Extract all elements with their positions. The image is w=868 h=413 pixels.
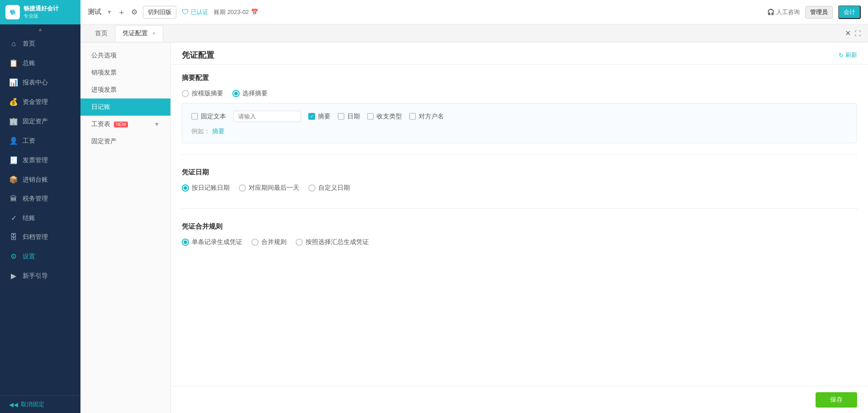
- date-section-title: 凭证日期: [182, 168, 857, 177]
- left-nav-public[interactable]: 公共选项: [80, 47, 170, 64]
- tab-home[interactable]: 首页: [88, 26, 115, 41]
- settings-gear-icon[interactable]: ⚙: [131, 8, 137, 16]
- sidebar-item-archive[interactable]: 🗄 归档管理: [0, 228, 80, 247]
- tab-voucher-config[interactable]: 凭证配置 ×: [115, 25, 163, 42]
- content-body: 摘要配置 按模版摘要 选择摘要: [171, 65, 868, 386]
- merge-option-single[interactable]: 单条记录生成凭证: [182, 238, 242, 246]
- sidebar-item-reports[interactable]: 📊 报表中心: [0, 73, 80, 92]
- content-area: 公共选项 销项发票 进项发票 日记账 工资表 NEW ▼ 固定资产: [80, 42, 868, 413]
- sidebar-item-ledger[interactable]: 📋 总账: [0, 53, 80, 73]
- sidebar-item-assets[interactable]: 🏢 固定资产: [0, 112, 80, 131]
- new-badge: NEW: [114, 122, 128, 127]
- left-nav-fixed-assets[interactable]: 固定资产: [80, 133, 170, 150]
- checkout-icon: ✓: [9, 214, 18, 222]
- invoice-icon: 🧾: [9, 156, 18, 164]
- payment-type-checkbox[interactable]: [367, 113, 374, 120]
- tax-icon: 🏛: [9, 195, 18, 203]
- admin-button[interactable]: 管理员: [805, 6, 833, 19]
- date-radio-group: 按日记账日期 对应期间最后一天 自定义日期: [182, 184, 857, 192]
- headset-icon: 🎧: [767, 9, 774, 15]
- sidebar-item-guide[interactable]: ▶ 新手引导: [0, 266, 80, 286]
- cancel-fixed-button[interactable]: ◀◀ 取消固定: [0, 395, 80, 413]
- sidebar: 畅 畅捷通好会计 专业版 ▲ ⌂ 首页 📋 总账 📊 报表中心 💰 资金管理 🏢…: [0, 0, 80, 413]
- left-nav: 公共选项 销项发票 进项发票 日记账 工资表 NEW ▼ 固定资产: [80, 42, 171, 413]
- radio-merge-rule-circle: [251, 239, 259, 246]
- refresh-button[interactable]: ↻ 刷新: [839, 51, 857, 59]
- sidebar-item-home[interactable]: ⌂ 首页: [0, 34, 80, 53]
- add-button[interactable]: ＋: [118, 8, 126, 16]
- checkbox-fixed-text: 固定文本: [191, 113, 226, 121]
- merge-section-title: 凭证合并规则: [182, 222, 857, 231]
- summary-option-select[interactable]: 选择摘要: [232, 89, 268, 98]
- fixed-text-checkbox[interactable]: [191, 113, 198, 120]
- tab-close-icon[interactable]: ×: [152, 30, 156, 37]
- cancel-fixed-icon: ◀◀: [9, 401, 18, 408]
- close-window-button[interactable]: ✕: [845, 29, 851, 38]
- counterpart-checkbox[interactable]: [409, 113, 416, 120]
- consult-button[interactable]: 🎧 人工咨询: [767, 8, 800, 16]
- shield-icon: 🛡: [182, 8, 189, 16]
- sidebar-logo: 畅 畅捷通好会计 专业版: [0, 0, 80, 24]
- summary-section: 摘要配置 按模版摘要 选择摘要: [182, 74, 857, 155]
- ledger-icon: 📋: [9, 59, 18, 67]
- summary-section-title: 摘要配置: [182, 74, 857, 82]
- example-text: 例如： 摘要: [191, 127, 848, 136]
- merge-option-rule[interactable]: 合并规则: [251, 238, 287, 246]
- save-button[interactable]: 保存: [816, 392, 857, 408]
- left-nav-purchase-invoice[interactable]: 进项发票: [80, 81, 170, 99]
- summary-radio-group: 按模版摘要 选择摘要: [182, 89, 857, 98]
- home-icon: ⌂: [9, 40, 18, 48]
- radio-select-circle: [232, 90, 240, 97]
- radio-period-last-circle: [239, 184, 246, 192]
- date-option-period-last[interactable]: 对应期间最后一天: [239, 184, 299, 192]
- content-footer: 保存: [171, 386, 868, 413]
- project-name: 测试: [88, 8, 101, 16]
- certified-badge: 🛡 已认证: [182, 8, 208, 16]
- expand-button[interactable]: ⛶: [854, 29, 861, 38]
- sidebar-item-salary[interactable]: 👤 工资: [0, 131, 80, 150]
- merge-radio-group: 单条记录生成凭证 合并规则 按照选择汇总生成凭证: [182, 238, 857, 246]
- content-header: 凭证配置 ↻ 刷新: [171, 42, 868, 65]
- checkbox-summary-item[interactable]: ✓ 摘要: [308, 113, 330, 121]
- sidebar-item-capital[interactable]: 💰 资金管理: [0, 92, 80, 112]
- accountant-button[interactable]: 会计: [838, 5, 861, 19]
- refresh-icon: ↻: [839, 52, 844, 59]
- summary-config-box: 固定文本 ✓ 摘要 日期: [182, 103, 857, 143]
- radio-custom-date-circle: [308, 184, 316, 192]
- calendar-icon[interactable]: 📅: [251, 9, 258, 15]
- left-nav-sales-invoice[interactable]: 销项发票: [80, 64, 170, 81]
- main-area: 测试 ▼ ＋ ⚙ 切到旧版 🛡 已认证 账期 2023-02 📅 🎧 人工咨询 …: [80, 0, 868, 413]
- sidebar-item-checkout[interactable]: ✓ 结账: [0, 208, 80, 228]
- right-content: 凭证配置 ↻ 刷新 摘要配置 按模版摘要: [171, 42, 868, 413]
- sidebar-item-tax[interactable]: 🏛 税务管理: [0, 189, 80, 208]
- sidebar-item-invoice[interactable]: 🧾 发票管理: [0, 150, 80, 170]
- checkbox-counterpart-item[interactable]: 对方户名: [409, 113, 444, 121]
- radio-journal-date-circle: [182, 184, 189, 192]
- sidebar-item-settings[interactable]: ⚙ 设置: [0, 247, 80, 266]
- topbar: 测试 ▼ ＋ ⚙ 切到旧版 🛡 已认证 账期 2023-02 📅 🎧 人工咨询 …: [80, 0, 868, 24]
- project-dropdown-icon[interactable]: ▼: [107, 9, 112, 15]
- left-nav-payroll[interactable]: 工资表 NEW ▼: [80, 116, 170, 133]
- switch-version-button[interactable]: 切到旧版: [143, 6, 176, 19]
- date-option-journal[interactable]: 按日记账日期: [182, 184, 230, 192]
- logo-text: 畅捷通好会计 专业版: [24, 5, 59, 19]
- logo-icon: 畅: [5, 5, 20, 19]
- sidebar-item-sales[interactable]: 📦 进销台账: [0, 170, 80, 189]
- summary-checkbox[interactable]: ✓: [308, 113, 315, 120]
- date-checkbox[interactable]: [338, 113, 344, 120]
- date-option-custom[interactable]: 自定义日期: [308, 184, 350, 192]
- checkbox-date-item[interactable]: 日期: [338, 113, 360, 121]
- page-title: 凭证配置: [182, 50, 214, 61]
- sales-icon: 📦: [9, 175, 18, 184]
- radio-template-circle: [182, 90, 189, 97]
- merge-section: 凭证合并规则 单条记录生成凭证 合并规则 按照选择汇总生成凭证: [182, 222, 857, 263]
- fixed-text-input[interactable]: [233, 111, 301, 122]
- merge-option-by-selection[interactable]: 按照选择汇总生成凭证: [296, 238, 369, 246]
- date-section: 凭证日期 按日记账日期 对应期间最后一天 自定义日期: [182, 168, 857, 209]
- checkbox-payment-type-item[interactable]: 收支类型: [367, 113, 402, 121]
- tabbar: 首页 凭证配置 × ✕ ⛶: [80, 24, 868, 42]
- left-nav-journal[interactable]: 日记账: [80, 99, 170, 116]
- summary-option-template[interactable]: 按模版摘要: [182, 89, 223, 98]
- sidebar-nav: ▲ ⌂ 首页 📋 总账 📊 报表中心 💰 资金管理 🏢 固定资产 👤 工资 🧾 …: [0, 24, 80, 395]
- summary-checkbox-row: 固定文本 ✓ 摘要 日期: [191, 111, 848, 122]
